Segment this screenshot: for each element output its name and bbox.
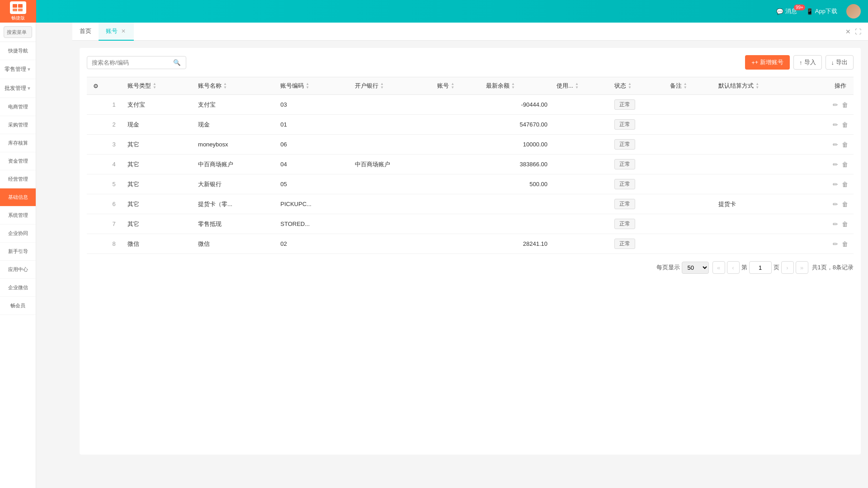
- sidebar-item-basic[interactable]: 基础信息: [0, 188, 36, 206]
- new-account-button[interactable]: + + 新增账号: [745, 55, 790, 70]
- import-button[interactable]: ↑ 导入: [793, 55, 822, 70]
- first-page-button[interactable]: «: [712, 261, 725, 274]
- edit-button-5[interactable]: ✏: [833, 201, 838, 208]
- row-default-payment-0: [714, 95, 806, 115]
- sort-bank: ▲ ▼: [380, 82, 384, 89]
- row-balance-3: 383866.00: [481, 155, 552, 174]
- col-remark[interactable]: 备注 ▲ ▼: [665, 77, 714, 95]
- msg-button[interactable]: 💬 消息 99+: [776, 7, 797, 15]
- delete-button-2[interactable]: 🗑: [842, 141, 848, 148]
- sidebar-item-guide[interactable]: 新手引导: [0, 243, 36, 261]
- row-action-0: ✏ 🗑: [807, 95, 854, 115]
- tab-close-button[interactable]: ✕: [844, 27, 853, 36]
- row-status-3: 正常: [610, 155, 665, 174]
- add-icon: +: [751, 59, 755, 66]
- col-type-label: 账号类型: [127, 82, 151, 90]
- edit-button-2[interactable]: ✏: [833, 141, 838, 148]
- search-box[interactable]: 🔍: [87, 56, 186, 69]
- delete-button-1[interactable]: 🗑: [842, 121, 848, 128]
- tab-expand-button[interactable]: ⛶: [854, 27, 863, 36]
- row-code-6: STORED...: [276, 214, 350, 234]
- search-input[interactable]: [87, 56, 169, 69]
- import-icon: ↑: [799, 59, 802, 66]
- row-code-2: 06: [276, 135, 350, 155]
- import-label: 导入: [804, 58, 816, 66]
- prev-page-button[interactable]: ‹: [727, 261, 740, 274]
- col-usage[interactable]: 使用... ▲ ▼: [552, 77, 610, 95]
- sidebar-search-input[interactable]: [4, 26, 32, 38]
- sort-name: ▲ ▼: [223, 82, 227, 89]
- sidebar-item-retail[interactable]: 零售管理 ▼: [0, 60, 36, 79]
- col-name[interactable]: 账号名称 ▲ ▼: [193, 77, 276, 95]
- col-type[interactable]: 账号类型 ▲ ▼: [123, 77, 193, 95]
- sidebar-item-retail-label: 零售管理: [5, 66, 26, 73]
- row-code-1: 01: [276, 115, 350, 135]
- last-page-button[interactable]: »: [796, 261, 808, 274]
- table-row: 8 微信 微信 02 28241.10 正常 ✏ 🗑: [87, 234, 854, 254]
- sidebar-item-shortcuts[interactable]: 快捷导航: [0, 42, 36, 60]
- sidebar-item-member[interactable]: 畅会员: [0, 297, 36, 315]
- search-button[interactable]: 🔍: [169, 56, 185, 69]
- sidebar-item-purchase[interactable]: 采购管理: [0, 116, 36, 134]
- row-usage-1: [552, 115, 610, 135]
- col-code[interactable]: 账号编码 ▲ ▼: [276, 77, 350, 95]
- col-bank[interactable]: 开户银行 ▲ ▼: [350, 77, 433, 95]
- row-bank-1: [350, 115, 433, 135]
- sidebar-item-agreement[interactable]: 企业协同: [0, 225, 36, 243]
- delete-button-0[interactable]: 🗑: [842, 101, 848, 108]
- tab-accounts[interactable]: 账号 ✕: [99, 23, 134, 41]
- tab-accounts-close[interactable]: ✕: [120, 27, 127, 35]
- row-name-4: 大新银行: [193, 174, 276, 194]
- row-action-2: ✏ 🗑: [807, 135, 854, 155]
- page-number-input[interactable]: [749, 261, 772, 274]
- row-code-3: 04: [276, 155, 350, 174]
- row-usage-5: [552, 194, 610, 214]
- row-balance-2: 10000.00: [481, 135, 552, 155]
- table-row: 1 支付宝 支付宝 03 -90444.00 正常 ✏ 🗑: [87, 95, 854, 115]
- sidebar-search-box[interactable]: [0, 23, 36, 42]
- col-account[interactable]: 账号 ▲ ▼: [433, 77, 481, 95]
- next-page-button[interactable]: ›: [781, 261, 794, 274]
- row-bank-0: [350, 95, 433, 115]
- col-settings[interactable]: ⚙: [87, 77, 105, 95]
- sort-remark: ▲ ▼: [684, 82, 687, 89]
- delete-button-6[interactable]: 🗑: [842, 221, 848, 228]
- delete-button-7[interactable]: 🗑: [842, 240, 848, 248]
- tab-home[interactable]: 首页: [72, 23, 99, 41]
- sidebar-item-ecommerce[interactable]: 电商管理: [0, 98, 36, 116]
- sidebar-item-system[interactable]: 系统管理: [0, 206, 36, 225]
- delete-button-5[interactable]: 🗑: [842, 201, 848, 208]
- col-balance[interactable]: 最新余额 ▲ ▼: [481, 77, 552, 95]
- edit-button-3[interactable]: ✏: [833, 161, 838, 168]
- row-default-payment-4: [714, 174, 806, 194]
- edit-button-6[interactable]: ✏: [833, 221, 838, 228]
- app-download-button[interactable]: 📱 App下载: [806, 7, 837, 15]
- row-status-5: 正常: [610, 194, 665, 214]
- col-status[interactable]: 状态 ▲ ▼: [610, 77, 665, 95]
- sidebar-item-wholesale[interactable]: 批发管理 ▼: [0, 79, 36, 98]
- delete-button-3[interactable]: 🗑: [842, 161, 848, 168]
- edit-button-1[interactable]: ✏: [833, 121, 838, 128]
- col-default-payment[interactable]: 默认结算方式 ▲ ▼: [714, 77, 806, 95]
- delete-button-4[interactable]: 🗑: [842, 181, 848, 188]
- col-balance-label: 最新余额: [486, 82, 509, 90]
- row-remark-0: [665, 95, 714, 115]
- row-bank-3: 中百商场账户: [350, 155, 433, 174]
- edit-button-7[interactable]: ✏: [833, 240, 838, 248]
- sidebar-item-finance[interactable]: 资金管理: [0, 152, 36, 170]
- sidebar-item-operations[interactable]: 经营管理: [0, 170, 36, 188]
- export-button[interactable]: ↓ 导出: [826, 55, 854, 70]
- toolbar: 🔍 + + 新增账号 ↑ 导入 ↓ 导出: [87, 55, 854, 70]
- sidebar-item-inventory[interactable]: 库存核算: [0, 134, 36, 152]
- edit-button-0[interactable]: ✏: [833, 101, 838, 108]
- col-code-label: 账号编码: [280, 82, 304, 90]
- main-content: 首页 账号 ✕ ✕ ⛶ 🔍 +: [72, 23, 868, 488]
- page-size-dropdown[interactable]: 50 10 20 100: [682, 262, 709, 274]
- row-code-0: 03: [276, 95, 350, 115]
- edit-button-4[interactable]: ✏: [833, 181, 838, 188]
- pagination: 每页显示 50 10 20 100 « ‹ 第 页 › »: [87, 254, 854, 276]
- row-action-6: ✏ 🗑: [807, 214, 854, 234]
- sidebar-item-wechat[interactable]: 企业微信: [0, 279, 36, 297]
- user-avatar[interactable]: [846, 4, 861, 19]
- sidebar-item-appcenter[interactable]: 应用中心: [0, 261, 36, 279]
